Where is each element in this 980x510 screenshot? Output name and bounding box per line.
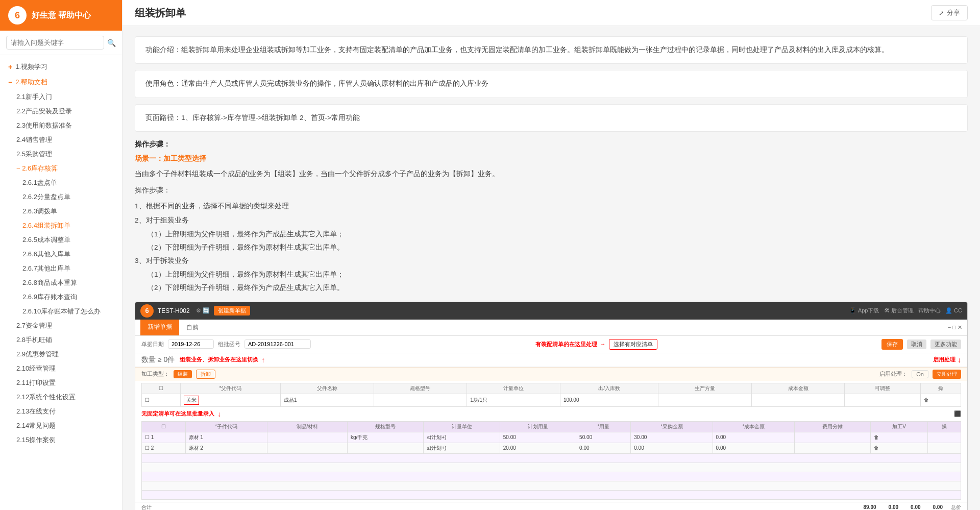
table-row: ☐ 2 原材 2 ≤(计划+) 20.00 0.00 0.00 0.00 🗑 <box>142 443 961 453</box>
logo-icon: 6 <box>8 6 27 25</box>
step3-sub2: （2）下部明细为子件明细，最终作为产成品生成其它入库单。 <box>135 281 968 295</box>
sidebar-item-213[interactable]: 2.13在线支付 <box>0 404 122 419</box>
sidebar-item-28[interactable]: 2.8手机旺铺 <box>0 333 122 347</box>
table-row: ☐ 1 原材 1 kg/千克 ≤(计划+) 50.00 50.00 30.00 … <box>142 432 961 443</box>
ss-sub-annotation-text: 无固定清单可在这里批量录入 <box>141 410 214 418</box>
sidebar-item-212[interactable]: 2.12系统个性化设置 <box>0 390 122 404</box>
share-icon: ➚ <box>939 9 944 17</box>
ss-process-confirm[interactable]: 立即处理 <box>933 370 961 379</box>
sidebar-item-23[interactable]: 2.3使用前数据准备 <box>0 118 122 133</box>
sidebar-item-265[interactable]: 2.6.5成本调整单 <box>0 233 122 247</box>
ss-order-label: 组批函号 <box>218 341 240 348</box>
ss-tab-new[interactable]: 新增单据 <box>140 320 179 335</box>
ss-col-unit: 计量单位 <box>467 383 560 394</box>
ss-order-input[interactable] <box>244 339 311 349</box>
scene1-desc: 当由多个子件材料组装成一个成品的业务为【组装】业务，当由一个父件拆分成多个子产品… <box>135 167 968 181</box>
step3-sub1: （1）上部明细为父件明细，最终作为原材料生成其它出库单； <box>135 268 968 281</box>
ss-sub-arrow: ↓ <box>217 410 221 418</box>
sidebar-item-261[interactable]: 2.6.1盘点单 <box>0 176 122 190</box>
steps-label: 操作步骤： <box>135 184 968 197</box>
sidebar-item-215[interactable]: 2.15操作案例 <box>0 433 122 447</box>
ss-bottom-sum: 合计 89.00 0.00 0.00 0.00 总价 <box>135 502 967 510</box>
ss-process-annotation: 启用处理 <box>933 356 955 363</box>
sidebar-item-video[interactable]: + 1.视频学习 <box>0 59 122 75</box>
ss-type-label: 加工类型： <box>141 370 169 378</box>
table-row: ☐ 关米 成品1 1块/1只 100.00 🗑 <box>142 394 961 406</box>
sidebar-item-24[interactable]: 2.4销售管理 <box>0 133 122 147</box>
search-bar: 🔍 <box>0 31 122 55</box>
ss-type-disassemble[interactable]: 拆卸 <box>196 370 215 379</box>
sidebar-item-docs[interactable]: − 2.帮助文档 <box>0 75 122 90</box>
ss-col-parent-code: *父件代码 <box>180 383 280 394</box>
sidebar-item-264[interactable]: 2.6.4组装拆卸单 <box>0 218 122 233</box>
sidebar-item-211[interactable]: 2.11打印设置 <box>0 376 122 390</box>
search-input[interactable] <box>6 36 104 50</box>
nav-tree: + 1.视频学习 − 2.帮助文档 2.1新手入门 2.2产品安装及登录 2.3… <box>0 55 122 510</box>
sidebar-item-268[interactable]: 2.6.8商品成本重算 <box>0 276 122 290</box>
ss-col-qty: 出/入库数 <box>560 383 658 394</box>
scene1-title: 场景一：加工类型选择 <box>135 154 968 163</box>
ss-parent-code-cell[interactable]: 关米 <box>184 396 199 405</box>
table-row <box>142 463 961 472</box>
sidebar-item-25[interactable]: 2.5采购管理 <box>0 147 122 161</box>
ss-process-label: 启用处理： <box>879 370 908 378</box>
page-title: 组装拆卸单 <box>135 6 186 20</box>
sidebar-item-26[interactable]: − 2.6库存核算 <box>0 161 122 176</box>
ss-type-assemble[interactable]: 组装 <box>174 370 192 378</box>
ss-window-controls: − □ ✕ <box>948 324 962 331</box>
ss-col-parent-name: 父件名称 <box>280 383 374 394</box>
ss-arrow2: ↑ <box>261 356 265 364</box>
sidebar-item-21[interactable]: 2.1新手入门 <box>0 90 122 104</box>
ss-date-input[interactable] <box>168 339 214 349</box>
ss-date-label: 单据日期 <box>141 341 164 348</box>
ss-form-row2: 数量 ≥ 0件 组装业务、拆卸业务在这里切换 ↑ 启用处理 ↓ <box>135 353 967 367</box>
ss-arrow3: ↓ <box>958 356 961 364</box>
ss-new-btn[interactable]: 创建新单据 <box>214 306 250 315</box>
ss-lower-table: ☐ *子件代码 制品/材料 规格型号 计量单位 计划用量 *用量 *采购金额 *… <box>141 421 961 500</box>
ss-type-row: 加工类型： 组装 拆卸 启用处理： On 立即处理 <box>135 367 967 381</box>
ss-sum-label: 合计 <box>141 504 152 510</box>
sidebar-item-262[interactable]: 2.6.2分量盘点单 <box>0 190 122 204</box>
expand-icon: + <box>8 63 12 71</box>
sidebar-item-267[interactable]: 2.6.7其他出库单 <box>0 261 122 276</box>
ss-col-check: ☐ <box>142 383 181 394</box>
ss-select-bom[interactable]: 选择有对应清单 <box>609 339 657 350</box>
ss-upper-table-container: ☐ *父件代码 父件名称 规格型号 计量单位 出/入库数 生产方量 成本金额 可… <box>135 381 967 409</box>
search-icon[interactable]: 🔍 <box>107 39 116 47</box>
topbar: 组装拆卸单 ➚ 分享 <box>122 0 980 26</box>
ss-process-toggle[interactable]: On <box>912 370 928 378</box>
share-button[interactable]: ➚ 分享 <box>931 5 968 20</box>
step1: 1、根据不同的业务，选择不同单据的类型来处理 <box>135 200 968 213</box>
ss-form-row1: 单据日期 组批函号 有装配清单的在这里处理 → 选择有对应清单 保存 取消 更多… <box>135 336 967 353</box>
collapse-icon-26: − <box>16 164 22 172</box>
sidebar-item-263[interactable]: 2.6.3调拨单 <box>0 204 122 218</box>
ss-save-btn[interactable]: 保存 <box>881 339 903 350</box>
ss-upper-table: ☐ *父件代码 父件名称 规格型号 计量单位 出/入库数 生产方量 成本金额 可… <box>141 383 961 407</box>
ss-more-btn[interactable]: 更多功能 <box>930 339 961 349</box>
screenshot-container: 6 TEST-H002 ⚙ 🔄 创建新单据 📱 App下载 🛠 后台管理 帮助中… <box>135 302 968 510</box>
ss-expand-icon[interactable]: ⬛ <box>954 410 961 417</box>
ss-annotation-bom: 有装配清单的在这里处理 <box>535 341 597 348</box>
step2: 2、对于组装业务 <box>135 214 968 227</box>
sidebar: 6 好生意 帮助中心 🔍 + 1.视频学习 − 2.帮助文档 2.1新手入门 2… <box>0 0 122 510</box>
ss-tab-self[interactable]: 自购 <box>179 320 206 335</box>
steps-title: 操作步骤： <box>135 140 968 149</box>
sidebar-item-2610[interactable]: 2.6.10库存账本错了怎么办 <box>0 304 122 319</box>
sidebar-item-27[interactable]: 2.7资金管理 <box>0 319 122 333</box>
ss-logo: 6 <box>140 304 154 318</box>
sidebar-item-214[interactable]: 2.14常见问题 <box>0 419 122 433</box>
sidebar-item-29[interactable]: 2.9优惠券管理 <box>0 347 122 361</box>
table-row <box>142 472 961 481</box>
sidebar-item-266[interactable]: 2.6.6其他入库单 <box>0 247 122 261</box>
table-row <box>142 481 961 490</box>
ss-cancel-btn[interactable]: 取消 <box>907 339 926 349</box>
path-block: 页面路径：1、库存核算->库存管理->组装拆卸单 2、首页->常用功能 <box>135 104 968 132</box>
ss-arrow1: → <box>600 341 606 347</box>
content-area: 功能介绍：组装拆卸单用来处理企业组装或拆卸等加工业务，支持有固定装配清单的产品加… <box>122 26 980 510</box>
ss-icons: ⚙ 🔄 <box>196 307 210 314</box>
sidebar-item-210[interactable]: 2.10经营管理 <box>0 361 122 376</box>
step2-sub1: （1）上部明细为父件明细，最终作为产成品生成其它入库单； <box>135 228 968 241</box>
sidebar-item-22[interactable]: 2.2产品安装及登录 <box>0 104 122 118</box>
ss-col-spec: 规格型号 <box>374 383 467 394</box>
sidebar-item-269[interactable]: 2.6.9库存账本查询 <box>0 290 122 304</box>
